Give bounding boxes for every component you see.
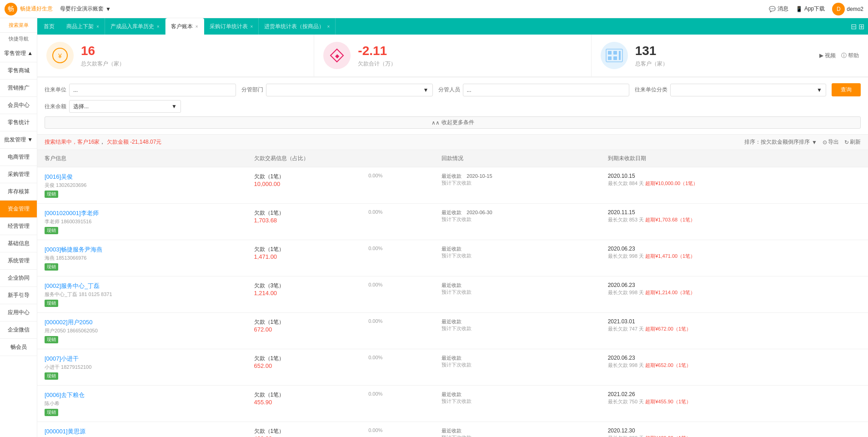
debt-amount-6[interactable]: 455.90 — [254, 399, 354, 406]
collapse-btn[interactable]: ∧∧ 收起更多条件 — [45, 116, 861, 129]
tab-customer-ledger-close[interactable]: × — [196, 24, 198, 29]
sidebar-item-operations[interactable]: 经营管理 — [0, 218, 37, 235]
sidebar-item-member-center[interactable]: 会员中心 — [0, 97, 37, 114]
message-btn[interactable]: 💬 消息 — [769, 5, 788, 13]
table-row: [0003]畅捷服务尹海燕 海燕 18513066976 现销 欠款（1笔） 1… — [37, 240, 868, 276]
filter-input-unit[interactable]: ... — [69, 84, 236, 96]
overdue-link-0[interactable]: 超期¥10,000.00（1笔） — [645, 181, 698, 186]
tab-purchase-goods-stats-close[interactable]: × — [327, 24, 330, 29]
svg-rect-7 — [613, 56, 617, 60]
cell-debt-count-4: 欠款（1笔） 672.00 — [247, 313, 361, 349]
payment-next-1: 预计下次收款 — [442, 216, 593, 223]
tab-purchase-stats[interactable]: 采购订单统计表 × — [204, 18, 259, 35]
customer-name-3[interactable]: [0002]服务中心_丁磊 — [45, 282, 240, 290]
overdue-link-3[interactable]: 超期¥1,214.00（3笔） — [645, 290, 695, 295]
sidebar-item-wholesale-mgmt[interactable]: 批发管理 ▼ — [0, 131, 37, 149]
export-btn[interactable]: ⊙ 导出 — [823, 138, 839, 146]
debt-count-4: 欠款（1笔） — [254, 318, 354, 326]
overdue-detail-1: 最长欠款 853 天 超期¥1,703.68（1笔） — [608, 216, 861, 223]
query-button[interactable]: 查询 — [832, 83, 861, 96]
debt-amount-7[interactable]: 429.00 — [254, 435, 354, 437]
tab-collapse-icon[interactable]: ⊟ — [851, 22, 857, 31]
user-avatar-btn[interactable]: D demo2 — [832, 3, 863, 15]
tab-inventory-history-close[interactable]: × — [157, 24, 160, 29]
sidebar-item-retail-mall[interactable]: 零售商城 — [0, 62, 37, 80]
filter-select-dept[interactable]: ▼ — [266, 84, 433, 96]
customer-detail-2: 海燕 18513066976 — [45, 255, 240, 261]
debt-amount-3[interactable]: 1,214.00 — [254, 290, 354, 296]
sort-selector[interactable]: 排序：按欠款金额倒序排序 ▼ — [744, 138, 817, 146]
sidebar-item-member[interactable]: 畅会员 — [0, 339, 37, 356]
overdue-link-4[interactable]: 超期¥672.00（1笔） — [645, 326, 691, 332]
debt-amount-0[interactable]: 10,000.00 — [254, 181, 354, 187]
sidebar-quick-nav[interactable]: 快捷导航 — [0, 33, 37, 45]
overdue-detail-2: 最长欠款 998 天 超期¥1,471.00（1笔） — [608, 253, 861, 260]
customer-name-2[interactable]: [0003]畅捷服务尹海燕 — [45, 246, 240, 254]
sidebar-item-retail-mgmt[interactable]: 零售管理 ▲ — [0, 45, 37, 62]
app-download-btn[interactable]: 📱 App下载 — [796, 5, 825, 13]
filter-input-person[interactable]: ... — [463, 84, 630, 96]
sidebar-item-app-center[interactable]: 应用中心 — [0, 304, 37, 321]
filter-select-category[interactable]: ▼ — [670, 84, 826, 96]
tab-inventory-history[interactable]: 产成品入库单历史 × — [105, 18, 166, 35]
sidebar-item-marketing[interactable]: 营销推广 — [0, 80, 37, 97]
overdue-link-7[interactable]: 超期¥429.00（1笔） — [645, 435, 691, 437]
sidebar-item-wechat[interactable]: 企业微信 — [0, 321, 37, 339]
top-bar-left: 畅 畅捷通好生意 母婴行业演示账套 ▼ — [5, 3, 115, 15]
sidebar-item-basic-info[interactable]: 基础信息 — [0, 235, 37, 252]
store-selector[interactable]: 母婴行业演示账套 ▼ — [56, 5, 115, 13]
tab-purchase-stats-close[interactable]: × — [251, 24, 253, 29]
customer-name-0[interactable]: [0016]吴俊 — [45, 173, 240, 181]
sidebar-item-ecommerce[interactable]: 电商管理 — [0, 149, 37, 166]
filter-label-category: 往来单位分类 — [635, 86, 667, 94]
sidebar-item-purchase[interactable]: 采购管理 — [0, 166, 37, 183]
tab-goods-listing[interactable]: 商品上下架 × — [61, 18, 105, 35]
sidebar-item-finance[interactable]: 资金管理 — [0, 201, 37, 218]
debt-amount-1[interactable]: 1,703.68 — [254, 217, 354, 224]
results-bar: 搜索结果中，客户16家， 欠款金额 -21,148.07元 排序：按欠款金额倒序… — [37, 135, 868, 150]
debt-amount-4[interactable]: 672.00 — [254, 326, 354, 333]
sidebar-item-enterprise-collab[interactable]: 企业协同 — [0, 270, 37, 287]
stats-row: ¥ 16 总欠款客户（家） ◆ -2.11 欠款合计（万） — [37, 35, 868, 77]
stat-card-debt-total: ◆ -2.11 欠款合计（万） — [314, 35, 591, 76]
cell-debt-count-0: 欠款（1笔） 10,000.00 — [247, 167, 361, 204]
payment-label-3: 最近收款 — [442, 282, 593, 289]
customer-name-4[interactable]: [000002]用户2050 — [45, 318, 240, 326]
debt-amount-5[interactable]: 652.00 — [254, 362, 354, 369]
overdue-detail-3: 最长欠款 998 天 超期¥1,214.00（3笔） — [608, 289, 861, 296]
sidebar-search[interactable]: 搜索菜单 — [0, 18, 37, 33]
views-btn[interactable]: ▶ 视频 — [819, 52, 836, 60]
customer-name-5[interactable]: [0007]小进干 — [45, 355, 240, 363]
overdue-link-6[interactable]: 超期¥455.90（1笔） — [645, 399, 691, 404]
tab-purchase-goods-stats[interactable]: 进货单统计表（按商品） × — [259, 18, 336, 35]
sort-arrow-icon: ▼ — [812, 139, 817, 146]
debt-pct-7: 0.00% — [368, 427, 427, 433]
debt-pct-6: 0.00% — [368, 391, 427, 397]
cell-overdue-7: 2020.12.30 最长欠款 808 天 超期¥429.00（1笔） — [601, 422, 868, 437]
overdue-link-1[interactable]: 超期¥1,703.68（1笔） — [645, 217, 695, 222]
tab-home[interactable]: 首页 — [37, 18, 61, 35]
views-label: 视频 — [825, 52, 836, 60]
help-btn[interactable]: ⓘ 帮助 — [841, 52, 859, 60]
stat-icon-debt-customers: ¥ — [46, 42, 74, 69]
sidebar-item-system-mgmt[interactable]: 系统管理 — [0, 252, 37, 270]
filter-select-balance[interactable]: 选择... ▼ — [69, 100, 181, 113]
sidebar-item-retail-stats[interactable]: 零售统计 — [0, 114, 37, 131]
overdue-link-5[interactable]: 超期¥652.00（1笔） — [645, 362, 691, 368]
sidebar-item-guide[interactable]: 新手引导 — [0, 287, 37, 304]
cell-debt-count-1: 欠款（1笔） 1,703.68 — [247, 204, 361, 240]
overdue-date-7: 2020.12.30 — [608, 427, 861, 434]
overdue-link-2[interactable]: 超期¥1,471.00（1笔） — [645, 253, 695, 259]
help-label: 帮助 — [848, 52, 859, 60]
sidebar-item-inventory[interactable]: 库存核算 — [0, 183, 37, 201]
customer-name-1[interactable]: [0001020001]李老师 — [45, 209, 240, 217]
tab-expand-icon[interactable]: ⊞ — [858, 22, 864, 31]
tab-goods-listing-close[interactable]: × — [96, 24, 99, 29]
refresh-btn[interactable]: ↻ 刷新 — [844, 138, 861, 146]
customer-name-6[interactable]: [0006]去下粮仓 — [45, 391, 240, 399]
stat-value-debt-customers: 16 — [81, 44, 125, 58]
debt-amount-2[interactable]: 1,471.00 — [254, 253, 354, 260]
cell-customer-info-6: [0006]去下粮仓 陈小希 现销 — [37, 386, 247, 422]
customer-name-7[interactable]: [000001]黄思源 — [45, 427, 240, 436]
tab-customer-ledger[interactable]: 客户账本 × — [166, 18, 204, 35]
